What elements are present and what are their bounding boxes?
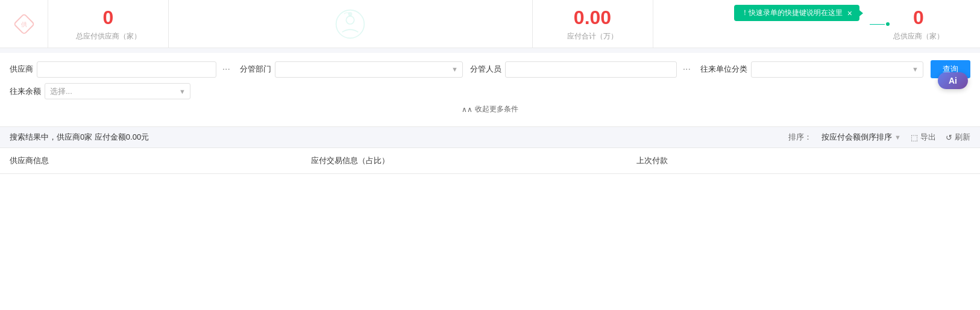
stat-right-area: ！快速录单的快捷键说明在这里 × 0 总供应商（家） <box>653 0 981 48</box>
supplier-filter-group: 供应商 ··· <box>10 61 233 78</box>
export-label: 导出 <box>920 132 936 143</box>
person-label: 分管人员 <box>470 64 501 75</box>
department-filter-group: 分管部门 ▼ <box>240 61 463 78</box>
tooltip-bubble: ！快速录单的快捷键说明在这里 × <box>734 5 859 21</box>
refresh-label: 刷新 <box>955 132 970 143</box>
unit-class-select-wrapper: ▼ <box>751 61 923 78</box>
sort-label: 排序： <box>788 132 812 143</box>
table-header: 供应商信息 应付交易信息（占比） 上次付款 <box>0 148 980 174</box>
collapse-btn[interactable]: ∧∧ 收起更多条件 <box>454 102 526 117</box>
balance-select-wrapper: 选择... ▼ <box>45 83 190 99</box>
collapse-up-icon: ∧∧ <box>462 105 473 114</box>
result-bar: 搜索结果中，供应商0家 应付金额0.00元 排序： 按应付会额倒序排序 ▼ ⬚ … <box>0 127 980 148</box>
person-input[interactable] <box>505 61 677 78</box>
table-col-supplier: 供应商信息 <box>10 155 311 166</box>
tooltip-text: ！快速录单的快捷键说明在这里 <box>741 8 843 18</box>
table-col-payment: 上次付款 <box>636 155 970 166</box>
person-dots[interactable]: ··· <box>680 64 693 75</box>
svg-point-3 <box>347 16 354 23</box>
supplier-input[interactable] <box>37 61 216 78</box>
export-icon: ⬚ <box>911 133 918 142</box>
total-vendors-number: 0 <box>913 6 924 29</box>
export-btn[interactable]: ⬚ 导出 <box>911 132 936 143</box>
sort-select[interactable]: 按应付会额倒序排序 ▼ <box>821 132 901 143</box>
refresh-icon: ↺ <box>946 133 952 142</box>
balance-select[interactable]: 选择... <box>45 83 190 99</box>
department-label: 分管部门 <box>240 64 271 75</box>
result-sep: 应付金额 <box>92 132 126 141</box>
table-col-transactions: 应付交易信息（占比） <box>311 155 636 166</box>
payable-vendors-number: 0 <box>103 6 114 29</box>
unit-class-select[interactable] <box>751 61 923 78</box>
filters-bar: 供应商 ··· 分管部门 ▼ 分管人员 ··· <box>0 53 980 127</box>
supplier-dots[interactable]: ··· <box>220 64 233 75</box>
tooltip-close-btn[interactable]: × <box>847 9 852 17</box>
result-info: 搜索结果中，供应商0家 应付金额0.00元 <box>10 132 149 143</box>
balance-filter-group: 往来余额 选择... ▼ <box>10 83 190 99</box>
sort-value: 按应付会额倒序排序 <box>821 132 892 143</box>
stats-bar: 供 0 总应付供应商（家） 0.00 应付合计（万） <box>0 0 980 48</box>
department-select[interactable] <box>275 61 463 78</box>
department-select-wrapper: ▼ <box>275 61 463 78</box>
stat-total-vendors: 0 总供应商（家） <box>893 6 944 42</box>
payable-sum-label: 应付合计（万） <box>567 31 618 42</box>
collapse-label: 收起更多条件 <box>475 104 518 114</box>
result-actions: 排序： 按应付会额倒序排序 ▼ ⬚ 导出 ↺ 刷新 <box>788 132 970 143</box>
result-vendor-count: 0家 <box>80 132 92 141</box>
payable-sum-number: 0.00 <box>574 6 611 29</box>
center-icon-area <box>169 0 533 48</box>
person-filter-group: 分管人员 ··· <box>470 61 693 78</box>
supplier-label: 供应商 <box>10 64 33 75</box>
unit-class-filter-group: 往来单位分类 ▼ <box>700 61 923 78</box>
table-empty-area <box>0 174 980 310</box>
stat-payable-vendors: 0 总应付供应商（家） <box>48 0 169 48</box>
filters-row-1: 供应商 ··· 分管部门 ▼ 分管人员 ··· <box>10 60 970 78</box>
balance-label: 往来余额 <box>10 86 41 97</box>
total-vendors-label: 总供应商（家） <box>893 31 944 42</box>
refresh-btn[interactable]: ↺ 刷新 <box>946 132 970 143</box>
result-amount: 0.00元 <box>126 132 149 141</box>
payable-vendors-label: 总应付供应商（家） <box>76 31 141 42</box>
logo-area: 供 <box>0 0 48 48</box>
svg-text:供: 供 <box>21 21 27 28</box>
collapse-row: ∧∧ 收起更多条件 <box>10 99 970 122</box>
stat-payable-sum: 0.00 应付合计（万） <box>533 0 653 48</box>
sort-chevron-icon: ▼ <box>894 134 901 141</box>
result-prefix: 搜索结果中，供应商 <box>10 132 80 141</box>
tooltip-connector-dot <box>885 21 891 27</box>
unit-class-label: 往来单位分类 <box>700 64 747 75</box>
filters-row-2: 往来余额 选择... ▼ <box>10 83 970 99</box>
ai-badge[interactable]: Ai <box>938 72 968 89</box>
